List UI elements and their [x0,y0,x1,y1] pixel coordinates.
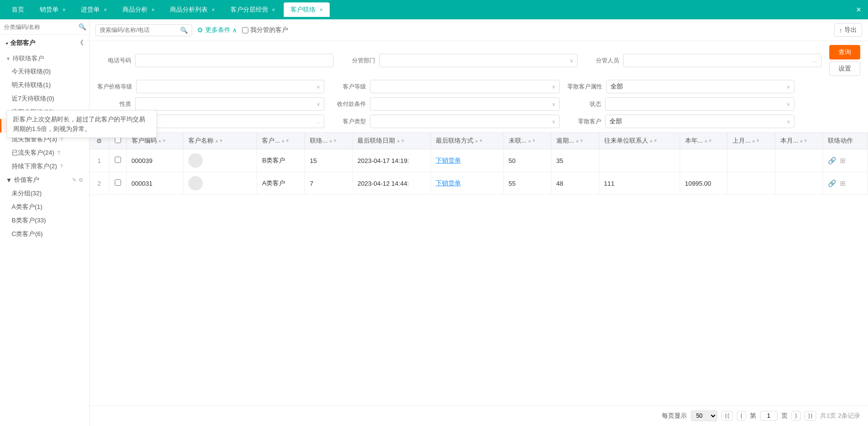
row-actions-2: 🔗 ⊞ [823,172,868,195]
close-contact-tab[interactable]: × [320,7,322,13]
sidebar-item-tomorrow[interactable]: 明天待联络(1) [0,78,89,92]
scatter-customer-select[interactable]: 全部 ∨ [605,115,794,128]
row-link-icon-1[interactable]: 🔗 [828,157,836,164]
filter-phone: 电话号码 [97,54,334,67]
thismonth-sort-icon: ▲▼ [799,138,808,143]
close-segment-tab[interactable]: × [272,7,275,13]
row-qr-icon-1[interactable]: ⊞ [840,157,846,164]
sidebar-pending-group[interactable]: ▼ 待联络客户 [0,51,89,65]
more-conditions-btn[interactable]: ⚙ 更多条件 ∧ [197,26,237,34]
filter-nature: 性质 ∨ [97,97,324,111]
prev-page-btn[interactable]: ⟨ [737,411,746,421]
window-close-button[interactable]: × [854,3,863,17]
col-level[interactable]: 客户...▲▼ [257,132,305,149]
col-last-date[interactable]: 最后联络日期▲▼ [352,132,430,149]
close-purchase-tab[interactable]: × [104,7,107,13]
my-customers-checkbox[interactable] [242,27,248,33]
sidebar-search-icon[interactable]: 🔍 [78,23,86,30]
tab-purchase[interactable]: 进货单 × [74,2,113,17]
next-page-btn[interactable]: ⟩ [792,411,801,421]
row-link-icon-2[interactable]: 🔗 [828,179,836,187]
sidebar-value-customers-group[interactable]: ▼ 价值客户 ✎ ⚙ [0,173,89,187]
col-last-month[interactable]: 上月...▲▼ [728,132,776,149]
sidebar-item-declining[interactable]: 持续下滑客户(2) ? [0,160,89,173]
close-product-analysis-tab[interactable]: × [152,7,154,13]
row-thisyear-1 [680,149,728,172]
price-level-select[interactable]: ∨ [136,80,324,93]
filter-action-btns: 查询 设置 [829,45,860,76]
col-contact-count[interactable]: 联络...▲▼ [305,132,352,149]
close-sales-tab[interactable]: × [62,7,65,13]
first-page-btn[interactable]: ⟨⟨ [721,411,733,421]
my-customers-toggle[interactable]: 我分管的客户 [242,26,288,34]
col-name[interactable]: 客户名称▲▼ [183,132,257,149]
filter-customer-level: 客户等级 ∨ [332,80,559,93]
set-button[interactable]: 设置 [829,61,860,76]
extra-select[interactable]: ... [135,115,324,128]
row-check-2[interactable] [109,172,126,195]
filter-row-3: 性质 ∨ 收付款条件 ∨ 状态 [97,97,860,111]
row-lastmethod-2[interactable]: 下销货单 [430,172,503,195]
dept-arrow: ∨ [570,58,573,63]
row-check-1[interactable] [109,149,126,172]
filter-bar: 🔍 ⚙ 更多条件 ∧ 我分管的客户 ↑ 导出 [90,19,868,41]
dept-select[interactable]: ∨ [379,54,578,67]
query-button[interactable]: 查询 [829,45,860,59]
row-level-1: B类客户 [257,149,305,172]
scatter-customer-arrow: ∨ [787,119,790,124]
tab-sales[interactable]: 销货单 × [33,2,72,17]
sidebar-collapse-btn[interactable]: 《 [77,39,83,47]
search-input[interactable] [100,27,178,33]
person-label: 分管人员 [585,57,619,65]
row-contact2-1 [599,149,680,172]
search-icon[interactable]: 🔍 [180,27,188,34]
tab-product-analysis[interactable]: 商品分析 × [116,2,161,17]
level-sort-icon: ▲▼ [281,138,289,143]
value-customers-settings-icon[interactable]: ⚙ [78,177,83,183]
col-this-year[interactable]: 本年...▲▼ [680,132,728,149]
declining-help-icon: ? [60,163,63,169]
sidebar-item-lost[interactable]: 已流失客户(24) ? [0,146,89,160]
sidebar-all-customers[interactable]: ▪ 全部客户 《 [0,35,89,51]
sidebar-item-7days[interactable]: 近7天待联络(0) [0,92,89,105]
payment-select[interactable]: ∨ [370,97,559,111]
sidebar-item-ungroup[interactable]: 未分组(32) [0,187,89,200]
filter-row-4: ... 客户类型 ∨ 零散客户 全部 ∨ [97,115,860,128]
col-this-month[interactable]: 本月...▲▼ [775,132,823,149]
overdue-sort-icon: ▲▼ [575,138,584,143]
col-last-method[interactable]: 最后联络方式▲▼ [430,132,503,149]
person-select[interactable]: ... [623,54,822,67]
extra-dots: ... [316,119,320,124]
sidebar-item-c-class[interactable]: C类客户(6) [0,227,89,241]
tab-customer-contact[interactable]: 客户联络 × [284,2,329,17]
sidebar-item-b-class[interactable]: B类客户(33) [0,214,89,227]
nature-label: 性质 [97,100,131,108]
col-uncontacted[interactable]: 未联...▲▼ [503,132,551,149]
phone-input[interactable] [135,54,334,67]
tab-product-analysis-list[interactable]: 商品分析列表 × [163,2,221,17]
avatar-2 [188,176,203,191]
last-page-btn[interactable]: ⟩⟩ [805,411,816,421]
tab-customer-segment[interactable]: 客户分层经营 × [224,2,282,17]
nature-select[interactable]: ∨ [135,97,324,111]
status-select[interactable]: ∨ [605,97,794,111]
scatter-customer-label: 零散客户 [567,118,601,126]
sidebar-item-today[interactable]: 今天待联络(0) [0,65,89,78]
export-button[interactable]: ↑ 导出 [834,23,863,37]
tab-home[interactable]: 首页 [5,2,31,17]
customer-type-select[interactable]: ∨ [370,115,559,128]
value-customers-edit-icon[interactable]: ✎ [72,177,76,183]
close-product-list-tab[interactable]: × [212,7,214,13]
sidebar-item-a-class[interactable]: A类客户(1) [0,200,89,214]
sidebar-search-input[interactable] [4,24,76,30]
row-lastmethod-1[interactable]: 下销货单 [430,149,503,172]
col-overdue[interactable]: 逾期...▲▼ [551,132,599,149]
scatter-attr-select[interactable]: 全部 ∨ [606,80,794,93]
col-contact2[interactable]: 往来单位联系人▲▼ [599,132,680,149]
page-input[interactable] [760,411,777,421]
customer-level-arrow: ∨ [552,84,555,89]
row-qr-icon-2[interactable]: ⊞ [840,179,846,187]
per-page-select[interactable]: 50 100 [691,411,717,421]
payment-arrow: ∨ [552,102,555,107]
customer-level-select[interactable]: ∨ [370,80,559,93]
